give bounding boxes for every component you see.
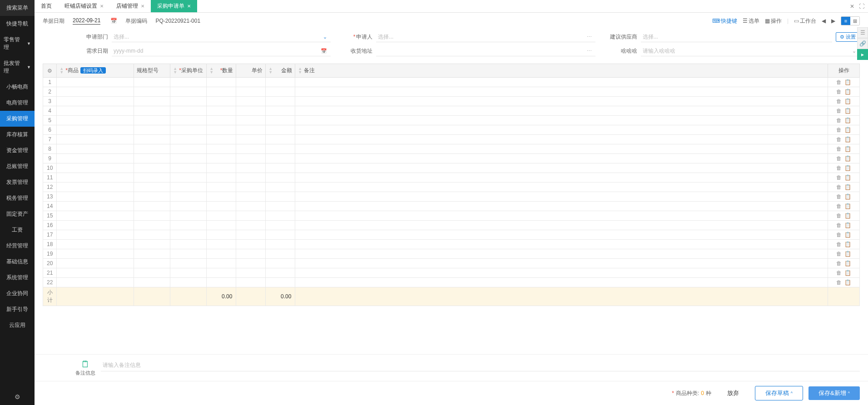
sidebar-item-15[interactable]: 基础信息 bbox=[0, 254, 35, 270]
cell-qty[interactable] bbox=[207, 116, 236, 125]
cell-qty[interactable] bbox=[207, 87, 236, 97]
table-row[interactable]: 7🗑📋 bbox=[43, 135, 860, 144]
req-date-input[interactable] bbox=[112, 46, 331, 56]
next-icon[interactable]: ▶ bbox=[831, 18, 835, 24]
cell-goods[interactable] bbox=[57, 125, 134, 135]
dept-input[interactable] bbox=[112, 32, 331, 42]
cell-spec[interactable] bbox=[134, 144, 170, 154]
cell-goods[interactable] bbox=[57, 97, 134, 106]
cell-note[interactable] bbox=[295, 163, 828, 173]
delete-icon[interactable]: 🗑 bbox=[836, 212, 842, 219]
discard-button[interactable]: 放弃 bbox=[717, 386, 749, 400]
sidebar-item-2[interactable]: 零售管理▼ bbox=[0, 32, 35, 55]
cell-unit[interactable] bbox=[170, 97, 207, 106]
delete-icon[interactable]: 🗑 bbox=[836, 146, 842, 152]
cell-unit[interactable] bbox=[170, 163, 207, 173]
cell-note[interactable] bbox=[295, 230, 828, 240]
cell-amount[interactable] bbox=[266, 78, 295, 87]
table-row[interactable]: 15🗑📋 bbox=[43, 211, 860, 221]
table-row[interactable]: 6🗑📋 bbox=[43, 125, 860, 135]
table-row[interactable]: 21🗑📋 bbox=[43, 268, 860, 278]
cell-note[interactable] bbox=[295, 240, 828, 249]
cell-price[interactable] bbox=[236, 154, 266, 163]
copy-icon[interactable]: 📋 bbox=[844, 222, 851, 228]
delete-icon[interactable]: 🗑 bbox=[836, 232, 842, 238]
sidebar-item-19[interactable]: 云应用 bbox=[0, 317, 35, 333]
cell-spec[interactable] bbox=[134, 125, 170, 135]
close-all-icon[interactable]: ✕ bbox=[850, 3, 854, 10]
cell-amount[interactable] bbox=[266, 202, 295, 211]
table-row[interactable]: 22🗑📋 bbox=[43, 278, 860, 287]
cell-qty[interactable] bbox=[207, 202, 236, 211]
table-row[interactable]: 5🗑📋 bbox=[43, 116, 860, 125]
view-grid-button[interactable]: ⊞ bbox=[850, 17, 859, 25]
table-row[interactable]: 3🗑📋 bbox=[43, 97, 860, 106]
th-unit[interactable]: ▲▼*采购单位 bbox=[170, 64, 207, 78]
cell-note[interactable] bbox=[295, 259, 828, 268]
cell-qty[interactable] bbox=[207, 192, 236, 202]
cell-price[interactable] bbox=[236, 106, 266, 116]
table-row[interactable]: 14🗑📋 bbox=[43, 202, 860, 211]
cell-goods[interactable] bbox=[57, 173, 134, 183]
table-row[interactable]: 9🗑📋 bbox=[43, 154, 860, 163]
cell-unit[interactable] bbox=[170, 230, 207, 240]
cell-goods[interactable] bbox=[57, 268, 134, 278]
delete-icon[interactable]: 🗑 bbox=[836, 98, 842, 104]
cell-spec[interactable] bbox=[134, 163, 170, 173]
cell-spec[interactable] bbox=[134, 268, 170, 278]
cell-qty[interactable] bbox=[207, 106, 236, 116]
cell-qty[interactable] bbox=[207, 183, 236, 192]
cell-goods[interactable] bbox=[57, 78, 134, 87]
cell-price[interactable] bbox=[236, 221, 266, 230]
cell-goods[interactable] bbox=[57, 144, 134, 154]
cell-price[interactable] bbox=[236, 135, 266, 144]
cell-qty[interactable] bbox=[207, 135, 236, 144]
copy-icon[interactable]: 📋 bbox=[844, 279, 851, 286]
cell-unit[interactable] bbox=[170, 78, 207, 87]
supplier-input[interactable] bbox=[641, 32, 832, 42]
cell-note[interactable] bbox=[295, 144, 828, 154]
sidebar-item-18[interactable]: 新手引导 bbox=[0, 301, 35, 317]
cell-note[interactable] bbox=[295, 183, 828, 192]
cell-unit[interactable] bbox=[170, 240, 207, 249]
cell-unit[interactable] bbox=[170, 259, 207, 268]
copy-icon[interactable]: 📋 bbox=[844, 127, 851, 133]
th-price[interactable]: 单价 bbox=[236, 64, 266, 78]
table-row[interactable]: 10🗑📋 bbox=[43, 163, 860, 173]
cell-goods[interactable] bbox=[57, 154, 134, 163]
cell-unit[interactable] bbox=[170, 116, 207, 125]
th-qty[interactable]: ▲▼*数量 bbox=[207, 64, 236, 78]
cell-amount[interactable] bbox=[266, 183, 295, 192]
delete-icon[interactable]: 🗑 bbox=[836, 155, 842, 162]
delete-icon[interactable]: 🗑 bbox=[836, 108, 842, 114]
view-list-button[interactable]: ≡ bbox=[841, 17, 850, 25]
save-draft-button[interactable]: 保存草稿^ bbox=[755, 386, 803, 400]
sidebar-item-10[interactable]: 发票管理 bbox=[0, 174, 35, 190]
cell-spec[interactable] bbox=[134, 278, 170, 287]
cell-note[interactable] bbox=[295, 125, 828, 135]
calendar-icon[interactable]: 📅 bbox=[110, 18, 117, 24]
table-row[interactable]: 18🗑📋 bbox=[43, 240, 860, 249]
cell-unit[interactable] bbox=[170, 135, 207, 144]
notes-input[interactable] bbox=[101, 359, 860, 371]
person-input[interactable] bbox=[376, 32, 595, 42]
close-icon[interactable]: ✕ bbox=[187, 4, 191, 9]
cell-price[interactable] bbox=[236, 192, 266, 202]
cell-note[interactable] bbox=[295, 116, 828, 125]
cell-note[interactable] bbox=[295, 97, 828, 106]
delete-icon[interactable]: 🗑 bbox=[836, 165, 842, 171]
cell-amount[interactable] bbox=[266, 87, 295, 97]
cell-goods[interactable] bbox=[57, 240, 134, 249]
cell-amount[interactable] bbox=[266, 163, 295, 173]
delete-icon[interactable]: 🗑 bbox=[836, 193, 842, 200]
close-icon[interactable]: ✕ bbox=[100, 4, 104, 9]
expand-icon[interactable]: ⛶ bbox=[859, 3, 864, 10]
cell-unit[interactable] bbox=[170, 183, 207, 192]
th-amount[interactable]: ▲▼金额 bbox=[266, 64, 295, 78]
cell-spec[interactable] bbox=[134, 87, 170, 97]
cell-unit[interactable] bbox=[170, 144, 207, 154]
delete-icon[interactable]: 🗑 bbox=[836, 117, 842, 123]
cell-amount[interactable] bbox=[266, 173, 295, 183]
table-row[interactable]: 4🗑📋 bbox=[43, 106, 860, 116]
cell-spec[interactable] bbox=[134, 221, 170, 230]
